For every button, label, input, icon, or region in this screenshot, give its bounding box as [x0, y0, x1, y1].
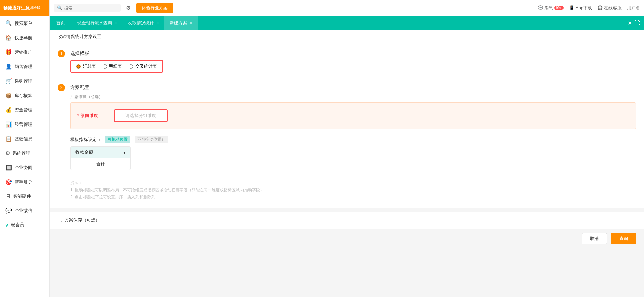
download-item[interactable]: 📱 App下载: [569, 5, 592, 11]
sidebar-item-management[interactable]: 📊 经营管理: [0, 117, 49, 132]
arrow-icon: —: [103, 113, 109, 119]
sidebar-item-label: 企业协同: [15, 165, 32, 171]
tab-new-plan-label: 新建方案: [170, 20, 187, 26]
sidebar-item-finance[interactable]: 💰 资金管理: [0, 103, 49, 117]
search-icon: 🔍: [5, 20, 12, 27]
footer: 取消 查询: [50, 229, 644, 248]
search-box[interactable]: 🔍: [54, 4, 121, 12]
sidebar-item-sales[interactable]: 👤 销售管理: [0, 59, 49, 74]
bell-icon: 💬: [538, 5, 543, 10]
sidebar-item-label: 企业微信: [15, 208, 32, 214]
radio-detail[interactable]: 明细表: [103, 63, 122, 69]
radio-summary-label: 汇总表: [83, 63, 96, 69]
sidebar-item-marketing[interactable]: 🎁 营销推广: [0, 45, 49, 59]
radio-detail-input[interactable]: [103, 64, 107, 69]
vip-icon: V: [5, 222, 8, 228]
sidebar-item-label: 系统管理: [13, 150, 30, 156]
topbar-right: 💬 消息 99+ 📱 App下载 🎧 在线客服 用户名: [538, 5, 640, 11]
sidebar-item-purchase[interactable]: 🛒 采购管理: [0, 74, 49, 88]
tab-home-label: 首页: [56, 20, 65, 26]
tag-fixed: 不可拖动位置）: [135, 136, 168, 143]
dimension-area: * 纵向维度 — 请选择分组维度: [70, 102, 636, 129]
metric-header-label: 收款金额: [75, 149, 93, 155]
sidebar-item-basic-info[interactable]: 📋 基础信息: [0, 132, 49, 146]
hardware-icon: 🖥: [5, 193, 11, 199]
sidebar-item-wechat[interactable]: 💬 企业微信: [0, 203, 49, 218]
sidebar-item-label: 营销推广: [15, 49, 32, 55]
step2-section: 2 方案配置 汇总维度（必选） * 纵向维度 — 请选择分组维度: [58, 84, 636, 201]
sidebar-item-label: 基础信息: [15, 136, 32, 142]
app-name: 畅捷通好生意: [3, 5, 30, 11]
step1-title: 选择模板: [70, 51, 89, 57]
breadcrumb: 收款情况统计方案设置: [58, 34, 101, 39]
sidebar-item-guide[interactable]: 🎯 新手引导: [0, 175, 49, 189]
gift-icon: 🎁: [5, 49, 12, 55]
radio-summary-input[interactable]: [76, 64, 81, 69]
save-section: 方案保存（可选）: [50, 212, 644, 229]
metric-table-row: 合计: [71, 158, 130, 170]
tips-title: 提示：: [70, 180, 83, 185]
box-icon: 📦: [5, 92, 12, 99]
tab-home[interactable]: 首页: [50, 16, 72, 30]
dimension-select[interactable]: 请选择分组维度: [114, 109, 168, 122]
settings-icon: ⚙: [5, 150, 10, 156]
save-checkbox[interactable]: [58, 218, 62, 222]
sidebar-item-enterprise[interactable]: 🔲 企业协同: [0, 160, 49, 175]
tip-item-2: 2. 点击标题栏下拉可设置排序、插入列和删除列: [70, 194, 636, 201]
sidebar-item-inventory[interactable]: 📦 库存核算: [0, 88, 49, 103]
enterprise-icon: 🔲: [5, 164, 12, 171]
sidebar-item-system[interactable]: ⚙ 系统管理: [0, 146, 49, 160]
sidebar-item-label: 新手引导: [15, 179, 32, 185]
chart-icon: 📊: [5, 121, 12, 128]
close-icon[interactable]: ✕: [114, 21, 117, 26]
sidebar-item-label: 经营管理: [15, 121, 32, 128]
settings-icon[interactable]: ⚙: [126, 5, 131, 11]
download-label: App下载: [576, 5, 592, 11]
tab-receipts[interactable]: 收款情况统计 ✕: [122, 16, 164, 30]
vertical-dimension-label: * 纵向维度: [77, 113, 98, 119]
cancel-button[interactable]: 取消: [582, 233, 607, 244]
page-content: 收款情况统计方案设置 1 选择模板 汇总表 明细表: [50, 30, 644, 297]
radio-detail-label: 明细表: [109, 63, 122, 69]
search-input[interactable]: [64, 6, 111, 10]
sidebar-logo: 畅捷通好生意 标准版: [0, 0, 49, 16]
tab-cashflow[interactable]: 现金银行流水查询 ✕: [72, 16, 122, 30]
close-icon[interactable]: ✕: [189, 21, 192, 26]
sidebar-item-search[interactable]: 🔍 搜索菜单: [0, 16, 49, 31]
divider: [58, 77, 636, 77]
tabbar-controls: ✕ ⛶: [628, 20, 644, 27]
money-icon: 💰: [5, 107, 12, 113]
industry-solution-button[interactable]: 体验行业方案: [136, 3, 173, 13]
topbar: 🔍 ⚙ 体验行业方案 💬 消息 99+ 📱 App下载 🎧 在线客服 用户名: [50, 0, 644, 16]
step1-row: 1 选择模板: [58, 50, 636, 57]
close-window-icon[interactable]: ✕: [628, 20, 632, 27]
query-button[interactable]: 查询: [611, 233, 636, 244]
radio-cross-input[interactable]: [129, 64, 133, 69]
home-icon: 🏠: [5, 35, 12, 41]
close-icon[interactable]: ✕: [156, 21, 159, 26]
wechat-icon: 💬: [5, 207, 12, 214]
clipboard-icon: 📋: [5, 136, 12, 142]
cart-icon: 🛒: [5, 78, 12, 84]
tag-movable: 可拖动位置: [105, 136, 130, 143]
metric-section: 模板指标设定（ 可拖动位置 不可拖动位置） 收款金额 ▾ 合计: [70, 136, 636, 171]
template-selection-box: 汇总表 明细表 交叉统计表: [70, 60, 163, 73]
notifications-item[interactable]: 💬 消息 99+: [538, 5, 564, 11]
expand-icon[interactable]: ⛶: [635, 20, 640, 26]
step2-title: 方案配置: [70, 85, 89, 91]
metric-table: 收款金额 ▾ 合计: [70, 146, 131, 170]
tabbar: 首页 现金银行流水查询 ✕ 收款情况统计 ✕ 新建方案 ✕ ✕ ⛶: [50, 16, 644, 30]
tab-new-plan[interactable]: 新建方案 ✕: [164, 16, 198, 30]
radio-cross[interactable]: 交叉统计表: [129, 63, 157, 69]
sidebar-item-hardware[interactable]: 🖥 智能硬件: [0, 189, 49, 203]
metric-section-label: 模板指标设定（: [70, 137, 101, 143]
sidebar-item-quicknav[interactable]: 🏠 快捷导航: [0, 31, 49, 45]
download-icon: 📱: [569, 5, 574, 10]
support-item[interactable]: 🎧 在线客服: [597, 5, 622, 11]
radio-summary[interactable]: 汇总表: [76, 63, 96, 69]
dropdown-icon[interactable]: ▾: [123, 150, 126, 155]
sidebar-item-vip[interactable]: V 畅会员: [0, 218, 49, 232]
sidebar-item-label: 智能硬件: [13, 193, 31, 199]
dimension-section-label: 汇总维度（必选）: [70, 94, 636, 100]
metric-label-row: 模板指标设定（ 可拖动位置 不可拖动位置）: [70, 136, 636, 143]
